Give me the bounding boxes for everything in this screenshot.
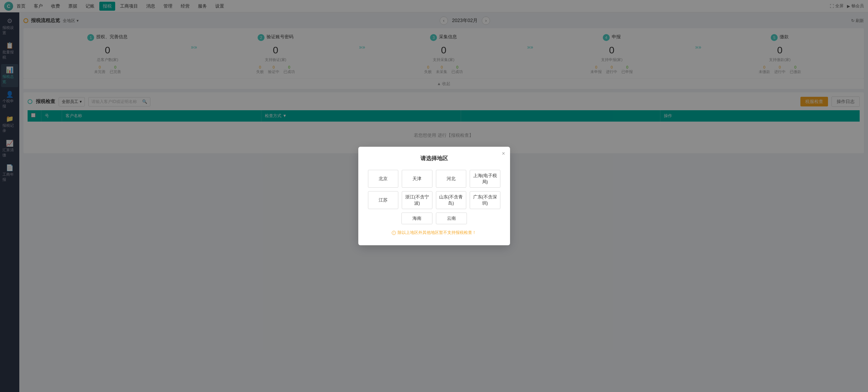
region-shanghai[interactable]: 上海(电子税局) [470, 170, 500, 188]
modal-overlay[interactable]: × 请选择地区 北京 天津 河北 上海(电子税局) 江苏 浙江(不含宁波) 山东… [0, 0, 868, 392]
region-beijing[interactable]: 北京 [368, 170, 399, 188]
modal-warning: ! 除以上地区外其他地区暂不支持报税检查！ [368, 230, 500, 236]
modal-close-btn[interactable]: × [502, 151, 505, 156]
region-zhejiang[interactable]: 浙江(不含宁波) [402, 191, 432, 209]
warning-text: 除以上地区外其他地区暂不支持报税检查！ [398, 230, 476, 236]
region-shandong[interactable]: 山东(不含青岛) [436, 191, 467, 209]
region-hainan[interactable]: 海南 [401, 213, 432, 224]
region-select-modal: × 请选择地区 北京 天津 河北 上海(电子税局) 江苏 浙江(不含宁波) 山东… [358, 147, 510, 245]
region-hebei[interactable]: 河北 [436, 170, 467, 188]
warning-icon: ! [392, 231, 396, 235]
region-guangdong[interactable]: 广东(不含深圳) [470, 191, 500, 209]
region-jiangsu[interactable]: 江苏 [368, 191, 399, 209]
region-yunnan[interactable]: 云南 [436, 213, 467, 224]
region-tianjin[interactable]: 天津 [402, 170, 432, 188]
region-row-2: 江苏 浙江(不含宁波) 山东(不含青岛) 广东(不含深圳) [368, 191, 500, 209]
region-row-1: 北京 天津 河北 上海(电子税局) [368, 170, 500, 188]
region-row-3: 海南 云南 [368, 213, 500, 224]
modal-title: 请选择地区 [368, 155, 500, 162]
